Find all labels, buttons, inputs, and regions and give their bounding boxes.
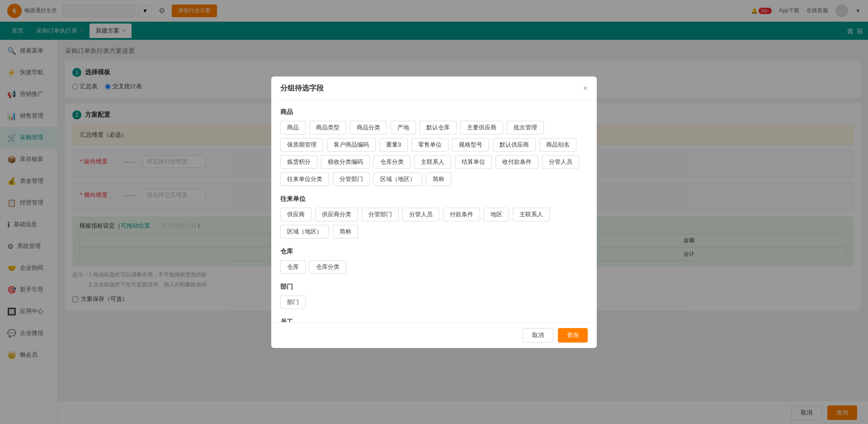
section-dept-tags: 部门 <box>280 295 588 309</box>
tag-product-category[interactable]: 商品分类 <box>350 121 387 134</box>
tag-partner-contact[interactable]: 主联系人 <box>513 208 550 221</box>
tag-partner-dept[interactable]: 分管部门 <box>362 208 399 221</box>
section-warehouse-title: 仓库 <box>280 248 588 256</box>
tag-area[interactable]: 地区 <box>484 208 509 221</box>
tag-dept-manage[interactable]: 分管部门 <box>333 172 370 186</box>
modal-overlay: 分组待选字段 × 商品 商品 商品类型 商品分类 产地 默认仓库 主要供应商 批… <box>0 0 868 424</box>
section-partner: 往来单位 供应商 供应商分类 分管部门 分管人员 付款条件 地区 主联系人 区域… <box>280 195 588 238</box>
modal-confirm-button[interactable]: 查询 <box>558 328 588 343</box>
modal-footer: 取消 查询 <box>271 322 597 348</box>
tag-abbr-product[interactable]: 简称 <box>426 172 451 186</box>
tag-origin[interactable]: 产地 <box>391 121 416 134</box>
section-warehouse-tags: 仓库 仓库分类 <box>280 260 588 274</box>
tag-shelf-life[interactable]: 保质期管理 <box>280 138 323 152</box>
tag-settlement-unit[interactable]: 结算单位 <box>455 155 492 169</box>
tag-spec-model[interactable]: 规格型号 <box>452 138 489 152</box>
tag-weight[interactable]: 重量3 <box>379 138 408 152</box>
tag-product-alias[interactable]: 商品别名 <box>539 138 576 152</box>
section-dept-title: 部门 <box>280 283 588 291</box>
tag-default-warehouse[interactable]: 默认仓库 <box>420 121 457 134</box>
tag-supervisor[interactable]: 分管人员 <box>542 155 579 169</box>
modal-title: 分组待选字段 <box>280 84 324 93</box>
section-employee-title: 员工 <box>280 318 588 322</box>
tag-partner-region[interactable]: 区域（地区） <box>280 225 329 238</box>
section-warehouse: 仓库 仓库 仓库分类 <box>280 248 588 274</box>
modal-cancel-button[interactable]: 取消 <box>523 328 553 343</box>
tag-main-supplier[interactable]: 主要供应商 <box>460 121 503 134</box>
section-employee: 员工 业务员 <box>280 318 588 322</box>
tag-warehouse[interactable]: 仓库 <box>280 260 306 274</box>
tag-retail-unit[interactable]: 零售单位 <box>411 138 448 152</box>
tag-customer-product-code[interactable]: 客户商品编码 <box>327 138 376 152</box>
tag-partner-abbr[interactable]: 简称 <box>333 225 358 238</box>
section-product: 商品 商品 商品类型 商品分类 产地 默认仓库 主要供应商 批次管理 保质期管理… <box>280 108 588 186</box>
tag-product[interactable]: 商品 <box>280 121 306 134</box>
section-dept: 部门 部门 <box>280 283 588 309</box>
section-product-title: 商品 <box>280 108 588 116</box>
tag-supplier[interactable]: 供应商 <box>280 208 311 221</box>
tag-warehouse-cat[interactable]: 仓库分类 <box>309 260 346 274</box>
section-product-tags: 商品 商品类型 商品分类 产地 默认仓库 主要供应商 批次管理 保质期管理 客户… <box>280 121 588 186</box>
tag-default-supplier[interactable]: 默认供应商 <box>493 138 536 152</box>
tag-dept[interactable]: 部门 <box>280 295 306 309</box>
section-partner-title: 往来单位 <box>280 195 588 203</box>
modal-body: 商品 商品 商品类型 商品分类 产地 默认仓库 主要供应商 批次管理 保质期管理… <box>271 101 597 322</box>
tag-main-contact[interactable]: 主联系人 <box>414 155 451 169</box>
tag-refine-points[interactable]: 炼货积分 <box>280 155 317 169</box>
tag-batch-manage[interactable]: 批次管理 <box>507 121 544 134</box>
tag-product-type[interactable]: 商品类型 <box>309 121 346 134</box>
section-partner-tags: 供应商 供应商分类 分管部门 分管人员 付款条件 地区 主联系人 区域（地区） … <box>280 208 588 238</box>
modal-header: 分组待选字段 × <box>271 76 597 101</box>
modal-dialog: 分组待选字段 × 商品 商品 商品类型 商品分类 产地 默认仓库 主要供应商 批… <box>271 76 597 348</box>
tag-region-product[interactable]: 区域（地区） <box>373 172 422 186</box>
tag-warehouse-category[interactable]: 仓库分类 <box>373 155 410 169</box>
tag-payment-condition[interactable]: 付款条件 <box>443 208 480 221</box>
modal-close-button[interactable]: × <box>583 84 588 93</box>
tag-supplier-category[interactable]: 供应商分类 <box>315 208 358 221</box>
tag-partner-category[interactable]: 往来单位分类 <box>280 172 329 186</box>
tag-partner-person[interactable]: 分管人员 <box>402 208 439 221</box>
tag-payment-terms[interactable]: 收付款条件 <box>495 155 538 169</box>
tag-tax-code[interactable]: 税收分类编码 <box>321 155 370 169</box>
